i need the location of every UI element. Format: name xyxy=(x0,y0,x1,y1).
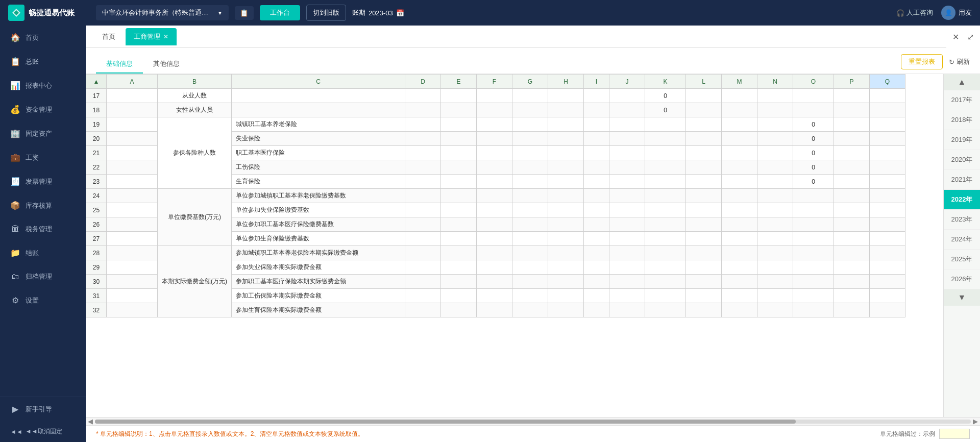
cell-32-e[interactable] xyxy=(441,303,477,317)
year-item-2023[interactable]: 2023年 xyxy=(944,210,980,230)
cell-26-j[interactable] xyxy=(609,217,645,232)
cell-26-q[interactable] xyxy=(870,217,905,232)
cell-24-j[interactable] xyxy=(609,189,645,203)
tab-business[interactable]: 工商管理 ✕ xyxy=(126,28,177,45)
sidebar-item-reports[interactable]: 📊 报表中心 xyxy=(0,73,86,97)
cell-27-k[interactable] xyxy=(645,232,686,246)
cell-23-d[interactable] xyxy=(405,175,441,189)
cell-30-g[interactable] xyxy=(512,275,548,289)
cell-25-n[interactable] xyxy=(757,203,793,217)
sidebar-item-settings[interactable]: ⚙ 设置 xyxy=(0,288,86,312)
cell-26-c[interactable]: 单位参加职工基本医疗保险缴费基数 xyxy=(232,217,405,232)
year-item-2022[interactable]: 2022年 xyxy=(944,190,980,210)
cell-28-d[interactable] xyxy=(405,246,441,260)
cell-26-n[interactable] xyxy=(757,217,793,232)
cell-29-o[interactable] xyxy=(793,260,834,275)
cell-22-m[interactable] xyxy=(722,160,757,175)
cell-18-e[interactable] xyxy=(441,103,477,117)
year-item-2019[interactable]: 2019年 xyxy=(944,130,980,150)
cell-27-c[interactable]: 单位参加生育保险缴费基数 xyxy=(232,232,405,246)
reset-report-button[interactable]: 重置报表 xyxy=(901,54,943,69)
cell-23-n[interactable] xyxy=(757,175,793,189)
cell-17-g[interactable] xyxy=(512,89,548,103)
year-item-2025[interactable]: 2025年 xyxy=(944,250,980,269)
year-item-2026[interactable]: 2026年 xyxy=(944,269,980,289)
cell-20-h[interactable] xyxy=(548,132,584,146)
user-area[interactable]: 👤 用友 xyxy=(941,6,972,20)
cell-23-e[interactable] xyxy=(441,175,477,189)
cell-18-l[interactable] xyxy=(686,103,722,117)
cell-31-f[interactable] xyxy=(477,289,512,303)
company-selector[interactable]: 中审众环会计师事务所（特殊普通合伙.... ▼ xyxy=(96,5,229,20)
cell-24-h[interactable] xyxy=(548,189,584,203)
cell-18-k[interactable]: 0 xyxy=(645,103,686,117)
cell-25-a[interactable] xyxy=(107,203,158,217)
cell-29-e[interactable] xyxy=(441,260,477,275)
pin-toggle[interactable]: ◄◄ ◄◄取消固定 xyxy=(0,421,86,442)
year-item-2017[interactable]: 2017年 xyxy=(944,90,980,110)
cell-25-j[interactable] xyxy=(609,203,645,217)
cell-31-d[interactable] xyxy=(405,289,441,303)
year-scroll-up-button[interactable]: ▲ xyxy=(944,74,980,90)
cell-22-a[interactable] xyxy=(107,160,158,175)
cell-20-c[interactable]: 失业保险 xyxy=(232,132,405,146)
cell-29-n[interactable] xyxy=(757,260,793,275)
cell-24-g[interactable] xyxy=(512,189,548,203)
cell-22-p[interactable] xyxy=(834,160,870,175)
sidebar-item-tax[interactable]: 🏛 税务管理 xyxy=(0,217,86,241)
cell-21-c[interactable]: 职工基本医疗保险 xyxy=(232,146,405,160)
cell-21-d[interactable] xyxy=(405,146,441,160)
workbench-button[interactable]: 工作台 xyxy=(260,5,300,20)
sidebar-item-home[interactable]: 🏠 首页 xyxy=(0,26,86,50)
cell-32-d[interactable] xyxy=(405,303,441,317)
cell-29-a[interactable] xyxy=(107,260,158,275)
cell-17-p[interactable] xyxy=(834,89,870,103)
cell-31-p[interactable] xyxy=(834,289,870,303)
cell-23-f[interactable] xyxy=(477,175,512,189)
cell-30-o[interactable] xyxy=(793,275,834,289)
cell-17-o[interactable] xyxy=(793,89,834,103)
cell-17-q[interactable] xyxy=(870,89,905,103)
new-guide-item[interactable]: ▶ 新手引导 xyxy=(0,397,86,421)
cell-31-n[interactable] xyxy=(757,289,793,303)
cell-20-a[interactable] xyxy=(107,132,158,146)
cell-30-m[interactable] xyxy=(722,275,757,289)
cell-27-o[interactable] xyxy=(793,232,834,246)
cell-30-j[interactable] xyxy=(609,275,645,289)
cell-24-l[interactable] xyxy=(686,189,722,203)
cell-26-p[interactable] xyxy=(834,217,870,232)
cell-17-h[interactable] xyxy=(548,89,584,103)
cell-17-d[interactable] xyxy=(405,89,441,103)
cell-17-i[interactable] xyxy=(584,89,609,103)
cell-21-g[interactable] xyxy=(512,146,548,160)
cell-20-m[interactable] xyxy=(722,132,757,146)
cell-18-n[interactable] xyxy=(757,103,793,117)
cell-29-i[interactable] xyxy=(584,260,609,275)
cell-21-l[interactable] xyxy=(686,146,722,160)
sidebar-item-inventory[interactable]: 📦 库存核算 xyxy=(0,193,86,217)
cell-32-q[interactable] xyxy=(870,303,905,317)
h-scrollbar-track[interactable] xyxy=(95,420,971,424)
cell-28-j[interactable] xyxy=(609,246,645,260)
sidebar-item-finance[interactable]: 💰 资金管理 xyxy=(0,97,86,121)
cell-25-l[interactable] xyxy=(686,203,722,217)
cell-21-a[interactable] xyxy=(107,146,158,160)
cell-22-h[interactable] xyxy=(548,160,584,175)
cell-32-n[interactable] xyxy=(757,303,793,317)
cell-31-m[interactable] xyxy=(722,289,757,303)
cell-22-i[interactable] xyxy=(584,160,609,175)
cell-25-h[interactable] xyxy=(548,203,584,217)
cell-30-c[interactable]: 参加职工基本医疗保险本期实际缴费金额 xyxy=(232,275,405,289)
cell-31-c[interactable]: 参加工伤保险本期实际缴费金额 xyxy=(232,289,405,303)
cell-26-a[interactable] xyxy=(107,217,158,232)
cell-19-m[interactable] xyxy=(722,117,757,132)
cell-28-o[interactable] xyxy=(793,246,834,260)
cell-29-c[interactable]: 参加失业保险本期实际缴费金额 xyxy=(232,260,405,275)
cell-27-d[interactable] xyxy=(405,232,441,246)
copy-icon-btn[interactable]: 📋 xyxy=(235,6,254,20)
h-scrollbar-thumb[interactable] xyxy=(95,420,796,424)
cell-30-i[interactable] xyxy=(584,275,609,289)
cell-25-c[interactable]: 单位参加失业保险缴费基数 xyxy=(232,203,405,217)
cell-24-d[interactable] xyxy=(405,189,441,203)
cell-24-b[interactable]: 单位缴费基数(万元) xyxy=(158,189,232,246)
